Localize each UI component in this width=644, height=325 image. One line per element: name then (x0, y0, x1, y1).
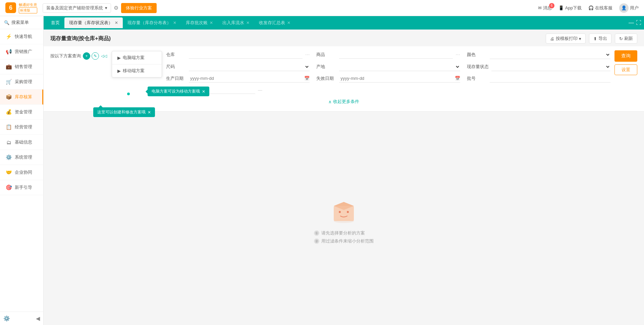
sidebar-item-sales[interactable]: 💼 销售管理 (0, 59, 43, 74)
tab-controls: — ⛶ (629, 20, 641, 26)
tab-inout-flow[interactable]: 出入库流水 ✕ (218, 17, 254, 28)
system-selector[interactable]: 装备及固定资产辅助管理系统 ▾ (43, 3, 111, 13)
expire-date-calendar-icon[interactable]: 📅 (455, 76, 460, 81)
warehouse-dots[interactable]: ··· (305, 52, 310, 58)
tab-summary[interactable]: 收发存汇总表 ✕ (254, 17, 295, 28)
chevron-down-icon: ▾ (579, 36, 581, 41)
inventory-status-field: 现存量状态 (467, 62, 610, 71)
scheme-selector-area: 按以下方案查询 + ✎ ◁◁ (50, 50, 108, 60)
sidebar-nav: ⚡ 快速导航 📢 营销推广 💼 销售管理 🛒 采购管理 📦 库存核算 (0, 29, 43, 312)
produce-date-input[interactable] (189, 74, 304, 82)
tab-inventory-dist[interactable]: 现存量（库存分布表） ✕ (123, 17, 181, 28)
tooltip-scheme-close[interactable]: ✕ (148, 110, 151, 115)
tab-inventory-status[interactable]: 现存量（库存状况表） ✕ (64, 17, 123, 28)
tab-summary-label: 收发存汇总表 (259, 20, 285, 26)
tab-batch[interactable]: 库存批次账 ✕ (181, 17, 218, 28)
color-select[interactable] (490, 50, 610, 59)
collapse-button[interactable]: ∧ 收起更多条件 (328, 99, 359, 105)
inventory-status-label: 现存量状态 (467, 64, 489, 70)
settings-button[interactable]: 设置 (614, 64, 637, 75)
size-select[interactable] (189, 62, 310, 71)
sidebar-settings-button[interactable]: ⚙️ (3, 315, 10, 322)
origin-label: 产地 (316, 64, 336, 70)
empty-state: ① 请先选择要分析的方案 ② 用过滤条件来缩小分析范围 (44, 112, 644, 325)
tooltip-add-close[interactable]: ✕ (202, 89, 205, 94)
header-right: ✉ 消息 6 📱 App下载 🎧 在线客服 👤 用户 (538, 3, 639, 13)
marketing-icon: 📢 (5, 48, 12, 55)
tab-summary-close[interactable]: ✕ (287, 20, 290, 25)
back-scheme-button[interactable]: ◁◁ (100, 52, 108, 60)
message-item[interactable]: ✉ 消息 6 (538, 5, 552, 11)
produce-date-field: 生产日期 📅 (166, 74, 310, 83)
expire-date-label: 失效日期 (316, 75, 336, 82)
scheme-item-desktop[interactable]: ▶ 电脑端方案 (112, 53, 162, 63)
produce-date-calendar-icon[interactable]: 📅 (304, 76, 310, 81)
operation-icon: 📋 (5, 124, 12, 130)
tab-maximize-button[interactable]: ⛶ (636, 20, 641, 26)
guide-icon: 🎯 (5, 184, 12, 191)
sidebar-item-inventory-label: 库存核算 (15, 94, 32, 100)
tab-home[interactable]: 首页 (46, 17, 64, 28)
user-item[interactable]: 👤 用户 (619, 3, 639, 13)
empty-tips: ① 请先选择要分析的方案 ② 用过滤条件来缩小分析范围 (314, 230, 374, 244)
sidebar-item-enterprise[interactable]: 🤝 企业协同 (0, 165, 43, 180)
scheme-item-mobile[interactable]: ▶ 移动端方案 (112, 66, 162, 76)
sidebar-item-finance-label: 资金管理 (15, 109, 32, 115)
sidebar-item-guide[interactable]: 🎯 新手引导 (0, 180, 43, 195)
purchase-icon: 🛒 (5, 78, 12, 85)
top-header: 6 畅通好生意 标准版 装备及固定资产辅助管理系统 ▾ ⚙ 体验行业方案 ✉ 消… (0, 0, 644, 16)
tab-inventory-status-close[interactable]: ✕ (115, 20, 118, 25)
goods-dots[interactable]: ··· (455, 52, 460, 58)
online-service-item[interactable]: 🎧 在线客服 (588, 5, 612, 11)
warehouse-input[interactable] (189, 51, 303, 59)
sidebar-item-system-label: 系统管理 (15, 154, 32, 160)
color-label: 颜色 (467, 52, 487, 58)
refresh-button[interactable]: ↻ 刷新 (615, 34, 637, 44)
system-icon: ⚙️ (5, 154, 12, 161)
app-container: 6 畅通好生意 标准版 装备及固定资产辅助管理系统 ▾ ⚙ 体验行业方案 ✉ 消… (0, 0, 644, 325)
tooltip-add-text: 电脑方案可设为移动方案哦 (152, 89, 200, 94)
sidebar-item-basic[interactable]: 🗂 基础信息 (0, 135, 43, 150)
export-icon: ⬆ (593, 36, 597, 41)
edit-scheme-button[interactable]: ✎ (92, 52, 99, 60)
scheme-edit-tooltip: 这里可以创建和修改方案哦 ✕ (93, 107, 155, 117)
export-button[interactable]: ⬆ 导出 (589, 34, 611, 44)
inventory-dash: — (258, 88, 262, 93)
sidebar-item-system[interactable]: ⚙️ 系统管理 (0, 150, 43, 165)
tab-inout-flow-close[interactable]: ✕ (246, 20, 250, 25)
size-label: 尺码 (166, 64, 186, 70)
template-print-button[interactable]: 🖨 按模板打印 ▾ (546, 34, 586, 44)
sidebar-item-guide-label: 新手引导 (15, 184, 32, 191)
empty-illustration (327, 193, 361, 226)
sidebar-item-quick-nav[interactable]: ⚡ 快速导航 (0, 29, 43, 44)
add-scheme-button[interactable]: + (83, 52, 90, 60)
sidebar-item-operation[interactable]: 📋 经营管理 (0, 120, 43, 135)
sidebar-item-search[interactable]: 🔍 搜索菜单 (0, 16, 43, 29)
page-header: 现存量查询(按仓库+商品) 🖨 按模板打印 ▾ ⬆ 导出 ↻ 刷新 (44, 30, 644, 46)
sidebar-collapse-button[interactable]: ◀ (36, 315, 40, 322)
origin-select[interactable] (339, 62, 460, 71)
page-title: 现存量查询(按仓库+商品) (50, 35, 111, 42)
refresh-label: 刷新 (624, 36, 633, 42)
tab-inventory-dist-close[interactable]: ✕ (173, 20, 176, 25)
scheme-mobile-arrow: ▶ (117, 68, 121, 73)
empty-tip-2: ② 用过滤条件来缩小分析范围 (314, 238, 374, 244)
goods-input[interactable] (339, 51, 453, 59)
query-section: 查询 设置 (614, 50, 637, 75)
filter-fields-area: 仓库 ··· 商品 ··· (166, 50, 610, 96)
batch-no-input[interactable] (490, 74, 610, 83)
sidebar-item-inventory[interactable]: 📦 库存核算 (0, 90, 43, 105)
query-button[interactable]: 查询 (614, 50, 637, 62)
inventory-status-select[interactable] (491, 62, 610, 71)
tab-batch-close[interactable]: ✕ (210, 20, 213, 25)
app-download-item[interactable]: 📱 App下载 (558, 5, 582, 11)
sidebar-item-purchase[interactable]: 🛒 采购管理 (0, 74, 43, 90)
expire-date-input[interactable] (339, 74, 454, 82)
experience-button[interactable]: 体验行业方案 (121, 3, 157, 13)
sidebar-item-marketing[interactable]: 📢 营销推广 (0, 44, 43, 59)
gear-button[interactable]: ⚙ (111, 3, 121, 13)
sidebar-item-finance[interactable]: 💰 资金管理 (0, 105, 43, 120)
tooltip-scheme-text: 这里可以创建和修改方案哦 (97, 109, 146, 115)
inventory-icon: 📦 (5, 94, 12, 100)
tab-minimize-button[interactable]: — (629, 20, 634, 26)
